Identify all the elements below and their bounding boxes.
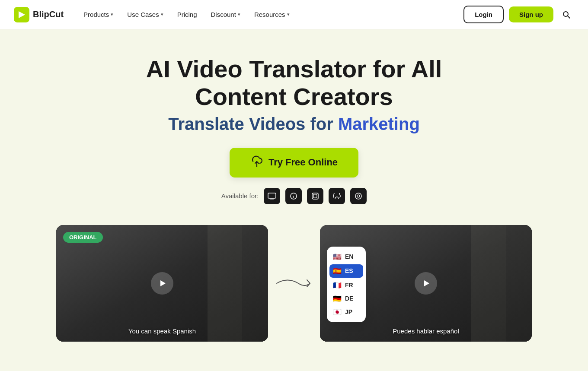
nav-resources[interactable]: Resources ▾	[248, 7, 296, 22]
chevron-down-icon: ▾	[287, 12, 290, 17]
logo-text: BlipCut	[33, 10, 64, 19]
logo-link[interactable]: BlipCut	[14, 7, 64, 22]
svg-rect-9	[313, 194, 317, 198]
login-button[interactable]: Login	[463, 6, 504, 23]
original-caption: You can speak Spanish	[56, 327, 268, 335]
original-tag: ORIGINAL	[63, 232, 103, 243]
svg-point-11	[357, 195, 360, 197]
hero-subtitle: Translate Videos for Marketing	[168, 114, 420, 134]
translated-caption: Puedes hablar español	[320, 327, 532, 335]
nav-pricing[interactable]: Pricing	[171, 7, 203, 22]
translation-arrow	[268, 275, 320, 292]
available-label: Available for:	[221, 192, 259, 200]
available-for-row: Available for: i	[221, 188, 367, 204]
lang-en[interactable]: 🇺🇸 EN	[327, 250, 366, 263]
nav-use-cases[interactable]: Use Cases ▾	[121, 7, 169, 22]
original-video-card: ORIGINAL You can speak Spanish	[56, 225, 268, 342]
search-button[interactable]	[559, 7, 574, 22]
chevron-down-icon: ▾	[161, 12, 163, 17]
platform-icon-4[interactable]	[329, 188, 345, 204]
svg-marker-12	[160, 280, 166, 286]
platform-icon-5[interactable]	[350, 188, 367, 204]
platform-icon-2[interactable]: i	[285, 188, 302, 204]
nav-discount[interactable]: Discount ▾	[205, 7, 246, 22]
try-free-online-button[interactable]: Try Free Online	[230, 148, 358, 178]
chevron-down-icon: ▾	[238, 12, 240, 17]
lang-jp[interactable]: 🇯🇵 JP	[327, 305, 366, 319]
cta-label: Try Free Online	[268, 157, 338, 168]
cloud-upload-icon	[250, 155, 263, 170]
video-play-button-original[interactable]	[151, 272, 173, 295]
navbar-right: Login Sign up	[463, 6, 574, 23]
svg-marker-0	[19, 11, 25, 18]
svg-rect-8	[312, 193, 318, 199]
svg-line-2	[568, 16, 570, 18]
lang-fr[interactable]: 🇫🇷 FR	[327, 279, 366, 292]
nav-products[interactable]: Products ▾	[77, 7, 119, 22]
lang-es[interactable]: 🇪🇸 ES	[329, 264, 363, 278]
svg-text:i: i	[293, 194, 294, 199]
logo-icon	[14, 7, 29, 22]
signup-button[interactable]: Sign up	[509, 6, 553, 22]
subtitle-prefix: Translate Videos for	[168, 114, 338, 133]
translated-video-card: 🇺🇸 EN 🇪🇸 ES 🇫🇷 FR 🇩🇪 DE 🇯🇵 J	[320, 225, 532, 342]
subtitle-highlight: Marketing	[338, 114, 420, 133]
chevron-down-icon: ▾	[111, 12, 113, 17]
svg-point-10	[355, 193, 361, 199]
main-nav: Products ▾ Use Cases ▾ Pricing Discount …	[77, 7, 463, 22]
platform-icon-3[interactable]	[307, 188, 323, 204]
video-section: ORIGINAL You can speak Spanish	[56, 225, 532, 342]
svg-rect-5	[270, 199, 274, 200]
platform-icon-1[interactable]	[264, 188, 280, 204]
language-selector[interactable]: 🇺🇸 EN 🇪🇸 ES 🇫🇷 FR 🇩🇪 DE 🇯🇵 J	[327, 247, 366, 322]
main-content: AI Video Translator for All Content Crea…	[0, 29, 588, 371]
hero-title: AI Video Translator for All Content Crea…	[99, 55, 489, 111]
navbar: BlipCut Products ▾ Use Cases ▾ Pricing D…	[0, 0, 588, 29]
svg-rect-4	[268, 193, 276, 198]
lang-de[interactable]: 🇩🇪 DE	[327, 292, 366, 305]
svg-marker-13	[424, 280, 429, 286]
video-play-button-translated[interactable]	[415, 272, 437, 295]
